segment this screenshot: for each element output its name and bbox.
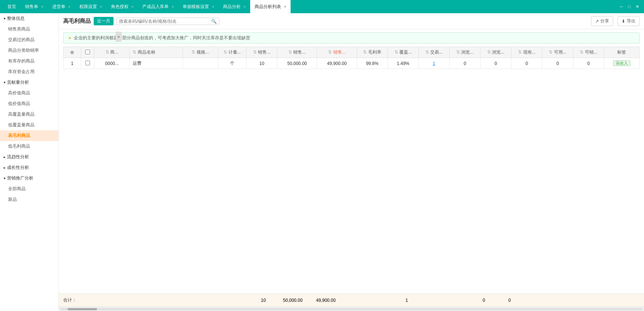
sidebar-item-all-goods[interactable]: 全部商品 bbox=[0, 184, 58, 194]
info-icon: ✦ bbox=[68, 36, 72, 41]
sidebar-item-high-value[interactable]: 高价值商品 bbox=[0, 88, 58, 98]
nav-product-analysis[interactable]: 商品分析 × bbox=[219, 0, 250, 13]
col-header-sales-amt[interactable]: ⇅ 销售... bbox=[277, 47, 317, 58]
table-container[interactable]: ⚙ ⇅ 商... ⇅ 商品名称 bbox=[63, 47, 640, 293]
share-button[interactable]: ↗ 分享 bbox=[591, 16, 613, 26]
sidebar-item-high-margin[interactable]: 高毛利商品 bbox=[0, 130, 58, 141]
scrollbar-track bbox=[60, 308, 643, 310]
sidebar-group-overall[interactable]: ▾ 整体信息 bbox=[0, 13, 58, 24]
col-header-sales-qty[interactable]: ⇅ 销售... bbox=[247, 47, 277, 58]
footer-trade: 1 bbox=[394, 298, 420, 303]
cell-unit: 个 bbox=[218, 58, 246, 69]
cell-trade[interactable]: 1 bbox=[418, 58, 449, 69]
select-all-checkbox[interactable] bbox=[85, 50, 90, 54]
close-role-tab[interactable]: × bbox=[132, 5, 134, 9]
close-purchase-tab[interactable]: × bbox=[68, 5, 71, 9]
sort-unit-icon: ⇅ bbox=[223, 50, 227, 55]
sort-name-icon: ⇅ bbox=[133, 50, 136, 55]
sidebar-group-contribution[interactable]: ▾ 贡献量分析 bbox=[0, 77, 58, 88]
sort-sales-amt-icon: ⇅ bbox=[288, 50, 292, 55]
sidebar-item-traded-goods[interactable]: 交易过的商品 bbox=[0, 35, 58, 45]
nav-sales[interactable]: 销售单 × bbox=[21, 0, 48, 13]
sidebar: ▾ 整体信息 销售类商品 交易过的商品 商品分类助销率 有库存的商品 库存资金占… bbox=[0, 13, 59, 311]
sidebar-group-overall-label: 整体信息 bbox=[7, 15, 25, 22]
nav-role[interactable]: 角色授权 × bbox=[107, 0, 138, 13]
cell-available: 0 bbox=[542, 58, 573, 69]
col-header-coverage[interactable]: ⇅ 覆盖... bbox=[388, 47, 418, 58]
row-checkbox[interactable] bbox=[85, 61, 90, 65]
col-header-check[interactable] bbox=[81, 47, 94, 58]
cell-check[interactable] bbox=[81, 58, 94, 69]
sidebar-item-low-margin[interactable]: 低毛利商品 bbox=[0, 141, 58, 152]
data-table: ⚙ ⇅ 商... ⇅ 商品名称 bbox=[63, 47, 640, 69]
nav-product-analysis-list[interactable]: 商品分析列表 × bbox=[250, 0, 291, 13]
sidebar-item-low-value[interactable]: 低价值商品 bbox=[0, 98, 58, 109]
total-label: 合计： bbox=[63, 297, 100, 303]
maximize-button[interactable]: □ bbox=[626, 3, 633, 10]
col-header-sales-profit[interactable]: ⇅ 销售... bbox=[317, 47, 357, 58]
col-header-gross-rate[interactable]: ⇅ 毛利率 bbox=[357, 47, 388, 58]
sidebar-group-marketing-label: 营销推广分析 bbox=[7, 175, 33, 181]
main-layout: ▾ 整体信息 销售类商品 交易过的商品 商品分类助销率 有库存的商品 库存资金占… bbox=[0, 13, 644, 311]
col-header-current[interactable]: ⇅ 现有... bbox=[511, 47, 542, 58]
nav-purchase[interactable]: 进货单 × bbox=[48, 0, 75, 13]
settings-icon: ⚙ bbox=[70, 50, 74, 55]
content-area: « 高毛利商品 近一月 🔍 ↗ 分享 ⬇ 导出 ✦ 企业的 bbox=[59, 13, 644, 311]
col-header-trade[interactable]: ⇅ 交易... bbox=[418, 47, 449, 58]
sort-sales-profit-icon: ⇅ bbox=[328, 50, 332, 55]
scrollbar-thumb[interactable] bbox=[68, 308, 97, 310]
close-product-analysis-tab[interactable]: × bbox=[244, 5, 246, 9]
sidebar-item-new-goods[interactable]: 新品 bbox=[0, 194, 58, 205]
nav-product-in[interactable]: 产成品入库单 × bbox=[138, 0, 178, 13]
close-product-analysis-list-tab[interactable]: × bbox=[284, 5, 286, 9]
close-sales-tab[interactable]: × bbox=[41, 5, 43, 9]
sidebar-item-high-coverage[interactable]: 高覆盖量商品 bbox=[0, 109, 58, 120]
footer-sales-amt: 50,000.00 bbox=[276, 298, 309, 303]
sidebar-group-marketing[interactable]: ▾ 营销推广分析 bbox=[0, 173, 58, 184]
nav-home[interactable]: 首页 bbox=[3, 0, 21, 13]
sidebar-item-low-coverage[interactable]: 低覆盖量商品 bbox=[0, 120, 58, 130]
close-template-tab[interactable]: × bbox=[212, 5, 214, 9]
cell-sales-profit: 49,900.00 bbox=[317, 58, 357, 69]
footer-available: 0 bbox=[497, 298, 522, 303]
sidebar-group-trend[interactable]: ▸ 流趋性分析 bbox=[0, 152, 58, 162]
search-icon[interactable]: 🔍 bbox=[211, 19, 217, 24]
sidebar-item-in-stock[interactable]: 有库存的商品 bbox=[0, 56, 58, 66]
sort-sellable-icon: ⇅ bbox=[580, 50, 583, 55]
cell-tag: 高收入 bbox=[604, 58, 639, 69]
footer-sales-qty: 10 bbox=[251, 298, 276, 303]
search-input[interactable] bbox=[119, 19, 210, 24]
sort-coverage-icon: ⇅ bbox=[395, 50, 398, 55]
close-permission-tab[interactable]: × bbox=[100, 5, 102, 9]
col-header-available[interactable]: ⇅ 可用... bbox=[542, 47, 573, 58]
col-header-sellable[interactable]: ⇅ 可销... bbox=[573, 47, 604, 58]
table-row: 1 0000... 运费 个 10 50,000.00 49,900.00 99… bbox=[64, 58, 640, 69]
col-header-name[interactable]: ⇅ 商品名称 bbox=[130, 47, 183, 58]
sidebar-item-category-rate[interactable]: 商品分类助销率 bbox=[0, 45, 58, 56]
sort-browse2-icon: ⇅ bbox=[487, 50, 491, 55]
cell-gross-rate: 99.8% bbox=[357, 58, 388, 69]
col-header-spec[interactable]: ⇅ 规格... bbox=[183, 47, 218, 58]
filter-recent-month[interactable]: 近一月 bbox=[94, 17, 114, 25]
col-header-tag[interactable]: 标签 bbox=[604, 47, 639, 58]
close-product-in-tab[interactable]: × bbox=[172, 5, 174, 9]
sidebar-item-sales-goods[interactable]: 销售类商品 bbox=[0, 24, 58, 35]
export-button[interactable]: ⬇ 导出 bbox=[618, 16, 640, 26]
col-header-browse2[interactable]: ⇅ 浏览... bbox=[481, 47, 511, 58]
sidebar-item-stock-capital[interactable]: 库存资金占用 bbox=[0, 66, 58, 77]
minimize-button[interactable]: ─ bbox=[618, 3, 625, 10]
horizontal-scrollbar[interactable] bbox=[59, 307, 644, 311]
cell-num: 1 bbox=[64, 58, 81, 69]
col-header-unit[interactable]: ⇅ 计量... bbox=[218, 47, 246, 58]
sidebar-collapse-button[interactable]: « bbox=[116, 32, 122, 42]
col-header-settings[interactable]: ⚙ bbox=[64, 47, 81, 58]
col-header-code[interactable]: ⇅ 商... bbox=[94, 47, 130, 58]
nav-permission[interactable]: 权限设置 × bbox=[75, 0, 107, 13]
col-header-browse1[interactable]: ⇅ 浏览... bbox=[450, 47, 481, 58]
close-window-button[interactable]: ✕ bbox=[634, 3, 641, 10]
sidebar-group-growth[interactable]: ▸ 成长性分析 bbox=[0, 162, 58, 173]
sort-browse1-icon: ⇅ bbox=[456, 50, 460, 55]
nav-template[interactable]: 单据模板设置 × bbox=[178, 0, 219, 13]
trade-link[interactable]: 1 bbox=[433, 61, 435, 66]
arrow-overall: ▾ bbox=[4, 17, 6, 21]
